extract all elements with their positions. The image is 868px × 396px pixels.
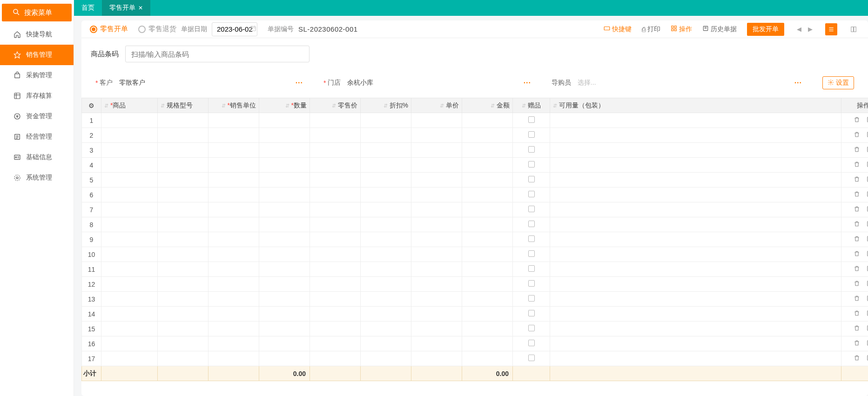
delete-icon[interactable] (854, 221, 860, 228)
cell-unit[interactable] (209, 128, 259, 143)
sidebar-item-0[interactable]: 快捷导航 (0, 24, 74, 45)
cell-gift[interactable] (513, 202, 550, 217)
cell-unit[interactable] (209, 158, 259, 173)
cell-spec[interactable] (158, 277, 209, 292)
cell-amount[interactable] (462, 351, 513, 366)
cell-unit[interactable] (209, 113, 259, 128)
cell-qty[interactable] (259, 292, 310, 307)
cell-unit-price[interactable] (411, 113, 462, 128)
cell-product[interactable] (101, 143, 158, 158)
delete-icon[interactable] (854, 191, 860, 199)
add-row-icon[interactable] (867, 280, 868, 288)
table-row[interactable]: 9 (82, 232, 868, 247)
cell-unit-price[interactable] (411, 322, 462, 336)
sidebar-item-7[interactable]: 系统管理 (0, 168, 74, 188)
tab-1[interactable]: 零售开单✕ (102, 0, 150, 16)
cell-gift[interactable] (513, 277, 550, 292)
cell-retail-price[interactable] (310, 262, 361, 277)
cell-amount[interactable] (462, 232, 513, 247)
cell-unit-price[interactable] (411, 217, 462, 232)
cell-discount[interactable] (361, 336, 411, 351)
cell-unit-price[interactable] (411, 247, 462, 262)
add-row-icon[interactable] (867, 355, 868, 362)
cell-discount[interactable] (361, 143, 411, 158)
settings-button[interactable]: 设置 (822, 76, 854, 89)
cell-unit[interactable] (209, 292, 259, 307)
add-row-icon[interactable] (867, 206, 868, 214)
print-link[interactable]: ⎙ 打印 (642, 25, 660, 34)
cell-qty[interactable] (259, 247, 310, 262)
add-row-icon[interactable] (867, 176, 868, 184)
cell-spec[interactable] (158, 128, 209, 143)
cell-unit-price[interactable] (411, 351, 462, 366)
cell-product[interactable] (101, 262, 158, 277)
table-row[interactable]: 6 (82, 188, 868, 202)
table-row[interactable]: 15 (82, 322, 868, 336)
checkbox-icon[interactable] (528, 355, 535, 361)
add-row-icon[interactable] (867, 265, 868, 273)
th-unit-price[interactable]: ⇵单价 (411, 98, 462, 113)
cell-qty[interactable] (259, 128, 310, 143)
cell-unit-price[interactable] (411, 336, 462, 351)
th-discount[interactable]: ⇵折扣% (361, 98, 411, 113)
cell-spec[interactable] (158, 322, 209, 336)
cell-spec[interactable] (158, 217, 209, 232)
cell-unit-price[interactable] (411, 307, 462, 322)
sidebar-item-6[interactable]: 基础信息 (0, 147, 74, 168)
checkbox-icon[interactable] (528, 191, 535, 197)
cell-unit[interactable] (209, 262, 259, 277)
cell-unit[interactable] (209, 173, 259, 188)
cell-amount[interactable] (462, 158, 513, 173)
cell-qty[interactable] (259, 113, 310, 128)
cell-gift[interactable] (513, 336, 550, 351)
checkbox-icon[interactable] (528, 280, 535, 287)
add-row-icon[interactable] (867, 250, 868, 258)
cell-retail-price[interactable] (310, 217, 361, 232)
history-link[interactable]: 历史单据 (702, 25, 737, 34)
cell-unit-price[interactable] (411, 277, 462, 292)
sidebar-search[interactable]: 搜索菜单 (2, 4, 72, 21)
add-row-icon[interactable] (867, 295, 868, 303)
cell-product[interactable] (101, 351, 158, 366)
delete-icon[interactable] (854, 340, 860, 348)
cell-retail-price[interactable] (310, 351, 361, 366)
cell-product[interactable] (101, 188, 158, 202)
cell-spec[interactable] (158, 113, 209, 128)
store-field[interactable]: * 门店 余杭小库 ··· (323, 79, 552, 87)
next-doc-button[interactable]: ▶ (806, 23, 815, 35)
table-row[interactable]: 7 (82, 202, 868, 217)
cell-retail-price[interactable] (310, 158, 361, 173)
cell-retail-price[interactable] (310, 232, 361, 247)
checkbox-icon[interactable] (528, 235, 535, 242)
customer-picker-icon[interactable]: ··· (296, 79, 303, 87)
cell-product[interactable] (101, 173, 158, 188)
cell-spec[interactable] (158, 292, 209, 307)
cell-spec[interactable] (158, 158, 209, 173)
cell-product[interactable] (101, 217, 158, 232)
table-row[interactable]: 1 (82, 113, 868, 128)
cell-product[interactable] (101, 247, 158, 262)
cell-amount[interactable] (462, 292, 513, 307)
cell-unit[interactable] (209, 247, 259, 262)
batch-button[interactable]: 批发开单 (747, 23, 784, 36)
cell-unit-price[interactable] (411, 232, 462, 247)
cell-unit-price[interactable] (411, 128, 462, 143)
delete-icon[interactable] (854, 310, 860, 318)
sidebar-item-4[interactable]: 资金管理 (0, 106, 74, 127)
checkbox-icon[interactable] (528, 206, 535, 212)
cell-unit[interactable] (209, 277, 259, 292)
cell-product[interactable] (101, 202, 158, 217)
cell-gift[interactable] (513, 292, 550, 307)
cell-unit[interactable] (209, 217, 259, 232)
cell-discount[interactable] (361, 202, 411, 217)
checkbox-icon[interactable] (528, 325, 535, 331)
cell-spec[interactable] (158, 202, 209, 217)
guide-picker-icon[interactable]: ··· (794, 79, 802, 87)
add-row-icon[interactable] (867, 340, 868, 348)
cell-amount[interactable] (462, 173, 513, 188)
cell-amount[interactable] (462, 202, 513, 217)
table-row[interactable]: 14 (82, 307, 868, 322)
cell-qty[interactable] (259, 202, 310, 217)
delete-icon[interactable] (854, 265, 860, 273)
th-gear[interactable]: ⚙ (82, 98, 101, 113)
